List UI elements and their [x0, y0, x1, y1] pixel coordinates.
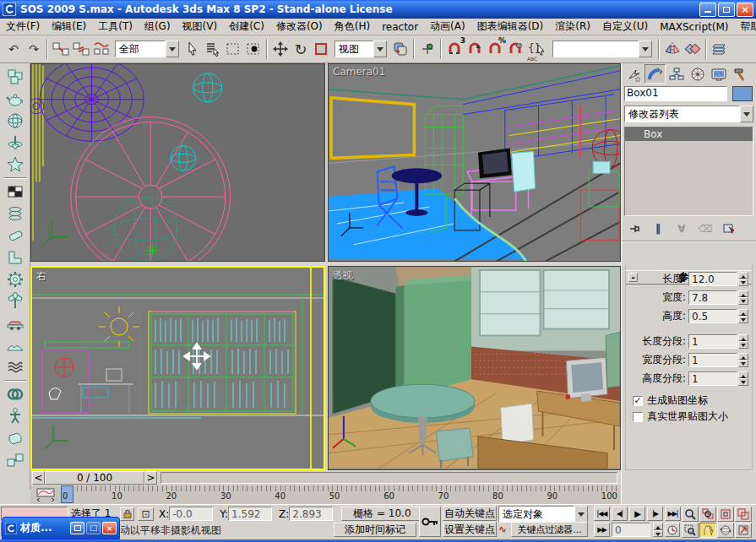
- window-crossing-button[interactable]: [243, 38, 264, 60]
- width-input[interactable]: 7.8: [688, 290, 737, 305]
- pin-stack-button[interactable]: [624, 221, 645, 236]
- angle-snap-button[interactable]: [465, 38, 485, 60]
- selection-filter-dropdown[interactable]: 全部: [115, 41, 179, 57]
- cubes-tool-button[interactable]: [3, 66, 28, 88]
- minimize-button[interactable]: [699, 3, 716, 17]
- menu-help[interactable]: 帮助(H): [734, 18, 756, 35]
- menu-modifiers[interactable]: 修改器(O): [270, 18, 329, 35]
- next-frame-button[interactable]: |▶: [647, 507, 663, 521]
- menu-tools[interactable]: 工具(T): [92, 18, 139, 35]
- torus-knot-tool-button[interactable]: [3, 383, 28, 405]
- modifier-list-dropdown[interactable]: 修改器列表: [624, 106, 753, 122]
- maximize-button[interactable]: [718, 3, 735, 17]
- slab-tool-button[interactable]: [3, 427, 28, 449]
- menu-graph-editors[interactable]: 图表编辑器(D): [471, 18, 550, 35]
- viewport-top[interactable]: [30, 63, 325, 262]
- frame-spinner[interactable]: [653, 523, 663, 537]
- checkbox-checked[interactable]: ✓: [633, 396, 643, 406]
- sphere-tool-button[interactable]: [3, 110, 28, 132]
- named-selection-sets-button[interactable]: {} ABC: [525, 38, 549, 60]
- spindle-tool-button[interactable]: [3, 132, 28, 154]
- remove-modifier-button[interactable]: ⌫: [695, 221, 715, 236]
- track-bar[interactable]: 0 10 20 30 40 50 60 70 80 90 100: [30, 485, 621, 504]
- viewport-label[interactable]: 透视: [333, 268, 353, 283]
- length-input[interactable]: 12.0: [688, 272, 737, 286]
- previous-frame-button[interactable]: ◀|: [612, 507, 628, 521]
- generate-mapping-coords-row[interactable]: ✓ 生成贴图坐标: [626, 393, 752, 409]
- real-world-map-size-row[interactable]: 真实世界贴图大小: [626, 409, 752, 425]
- close-button[interactable]: ×: [102, 522, 117, 534]
- gear-tool-button[interactable]: [3, 268, 28, 290]
- viewport-right[interactable]: 右: [30, 266, 325, 470]
- track-bar-ruler[interactable]: 0 10 20 30 40 50 60 70 80 90 100: [63, 485, 617, 504]
- length-segs-spinner[interactable]: [738, 334, 748, 349]
- redo-button[interactable]: ↷: [24, 38, 44, 60]
- elbow-tool-button[interactable]: [3, 247, 28, 268]
- plant-tool-button[interactable]: [3, 290, 28, 312]
- min-max-toggle-button[interactable]: [735, 523, 752, 538]
- select-and-move-button[interactable]: [270, 38, 291, 60]
- checkbox-unchecked[interactable]: [633, 412, 643, 422]
- object-color-swatch[interactable]: [732, 86, 753, 101]
- length-segs-input[interactable]: 1: [688, 334, 737, 349]
- height-segs-spinner[interactable]: [738, 371, 748, 386]
- waves-tool-button[interactable]: [3, 356, 28, 378]
- x-coordinate-field[interactable]: -0.0: [169, 507, 213, 521]
- time-configuration-button[interactable]: [665, 523, 680, 537]
- menu-customize[interactable]: 自定义(U): [596, 18, 654, 35]
- viewport-label[interactable]: Camera01: [333, 66, 385, 78]
- menu-character[interactable]: 角色(H): [329, 18, 376, 35]
- play-button[interactable]: ▶: [629, 507, 645, 521]
- reference-coordinate-dropdown[interactable]: 视图: [334, 41, 387, 57]
- terrain-tool-button[interactable]: [3, 334, 28, 356]
- teapot-tool-button[interactable]: [3, 88, 28, 110]
- go-to-start-button[interactable]: |◀◀: [594, 507, 610, 521]
- auto-key-button[interactable]: 自动关键点: [443, 506, 497, 521]
- maximize-button-disabled[interactable]: [86, 522, 101, 534]
- undo-button[interactable]: ↶: [3, 38, 24, 60]
- viewport-label[interactable]: 右: [36, 269, 46, 284]
- linked-cubes-tool-button[interactable]: [3, 449, 28, 471]
- key-mode-toggle-button[interactable]: ▶▶: [594, 523, 610, 537]
- set-key-button[interactable]: 设置关键点: [443, 522, 497, 537]
- menu-rendering[interactable]: 渲染(R): [549, 18, 596, 35]
- named-selection-dropdown[interactable]: [552, 41, 652, 57]
- tab-motion[interactable]: [687, 64, 708, 84]
- use-pivot-point-center-button[interactable]: [390, 38, 411, 60]
- biped-tool-button[interactable]: [3, 405, 28, 427]
- mirror-button[interactable]: [662, 38, 683, 60]
- z-coordinate-field[interactable]: 2.893: [289, 507, 333, 521]
- grid-setting-display[interactable]: 栅格 = 10.0: [341, 507, 422, 521]
- title-bar[interactable]: SOS 2009 S.max - Autodesk 3ds Max 8 SP2 …: [0, 0, 756, 19]
- menu-reactor[interactable]: reactor: [376, 19, 424, 35]
- viewport-perspective[interactable]: 透视: [328, 266, 621, 470]
- tab-display[interactable]: [708, 64, 729, 84]
- align-button[interactable]: [683, 38, 703, 60]
- set-keys-button[interactable]: [419, 507, 441, 537]
- select-and-manipulate-button[interactable]: [417, 38, 438, 60]
- configure-modifier-sets-button[interactable]: [719, 221, 739, 236]
- time-slider-next-button[interactable]: >: [144, 471, 157, 485]
- menu-edit[interactable]: 编辑(E): [46, 18, 92, 35]
- snap-toggle-button[interactable]: 3: [444, 38, 465, 60]
- add-time-tag-button[interactable]: 添加时间标记: [334, 523, 416, 537]
- make-unique-button[interactable]: ∀: [672, 221, 692, 236]
- width-segs-input[interactable]: 1: [688, 353, 737, 367]
- length-spinner[interactable]: [738, 272, 748, 286]
- menu-views[interactable]: 视图(V): [177, 18, 224, 35]
- open-mini-curve-editor-button[interactable]: [32, 486, 59, 503]
- zoom-extents-button[interactable]: [717, 507, 734, 522]
- tab-create[interactable]: [623, 64, 645, 84]
- menu-animation[interactable]: 动画(A): [424, 18, 471, 35]
- spinner-snap-button[interactable]: [505, 38, 525, 60]
- width-segs-spinner[interactable]: [738, 353, 748, 367]
- key-filter-target-dropdown[interactable]: 选定对象: [498, 506, 588, 523]
- restore-button[interactable]: [70, 522, 84, 534]
- material-editor-minimized-window[interactable]: 材质... ×: [2, 517, 120, 539]
- spring-tool-button[interactable]: [3, 203, 28, 225]
- menu-file[interactable]: 文件(F): [0, 18, 46, 35]
- star-tool-button[interactable]: [3, 154, 28, 176]
- percent-snap-button[interactable]: %: [485, 38, 505, 60]
- stack-item-box[interactable]: Box: [625, 127, 753, 141]
- select-by-name-button[interactable]: [203, 38, 223, 60]
